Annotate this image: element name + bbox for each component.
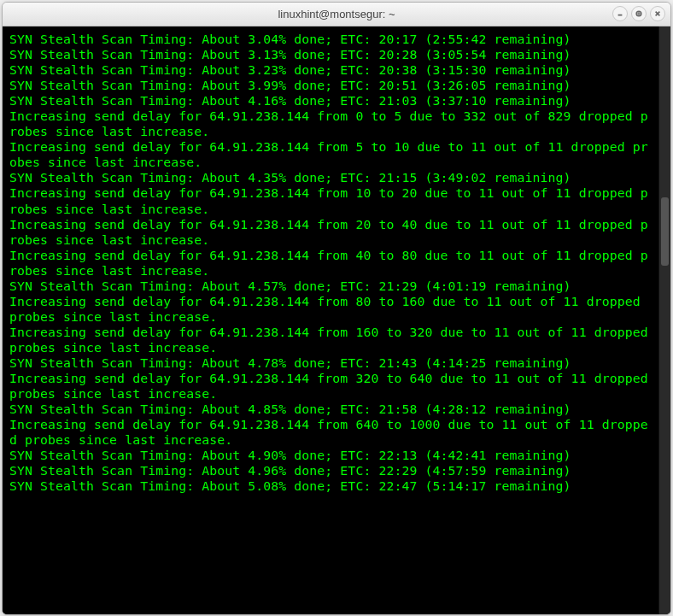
terminal-window: linuxhint@montsegur: ~ SYN Stealth Scan … [2, 2, 671, 615]
close-button[interactable] [650, 6, 665, 21]
scrollbar[interactable] [658, 26, 670, 614]
terminal-wrapper: SYN Stealth Scan Timing: About 3.04% don… [3, 26, 670, 614]
close-icon [654, 10, 661, 17]
maximize-icon [635, 10, 642, 17]
window-title: linuxhint@montsegur: ~ [278, 8, 395, 21]
maximize-button[interactable] [631, 6, 647, 21]
scrollbar-thumb[interactable] [661, 197, 669, 266]
terminal-output[interactable]: SYN Stealth Scan Timing: About 3.04% don… [3, 26, 658, 614]
minimize-button[interactable] [612, 6, 628, 21]
titlebar[interactable]: linuxhint@montsegur: ~ [3, 3, 670, 26]
window-controls [612, 6, 665, 21]
minimize-icon [617, 10, 623, 17]
